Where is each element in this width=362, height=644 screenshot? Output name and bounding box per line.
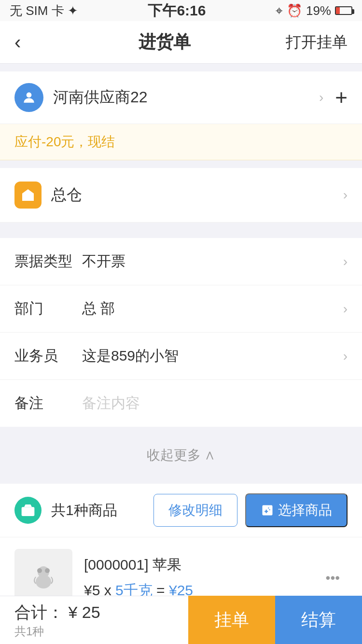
battery-label: 19% [306, 3, 331, 18]
invoice-type-chevron-icon: › [343, 254, 348, 269]
invoice-type-row[interactable]: 票据类型 不开票 › [0, 238, 362, 285]
select-product-label: 选择商品 [278, 501, 332, 519]
department-chevron-icon: › [343, 301, 348, 317]
product-count-icon [14, 497, 42, 524]
footer-amount: 合计： ¥ 25 [14, 602, 174, 624]
warehouse-icon [14, 182, 42, 209]
collapse-row[interactable]: 收起更多 ∧ [0, 434, 362, 476]
settle-button[interactable]: 结算 [275, 596, 362, 644]
svg-rect-1 [26, 196, 30, 201]
product-title: 苹果 [153, 557, 181, 573]
battery-icon [335, 6, 352, 15]
department-label: 部门 [14, 299, 72, 319]
remark-input[interactable]: 备注内容 [72, 393, 348, 413]
footer-count: 共1种 [14, 624, 174, 639]
sim-label: 无 SIM 卡 ✦ [10, 2, 78, 19]
supplier-name: 河南供应商22 [53, 87, 319, 108]
nav-title: 进货单 [139, 30, 191, 54]
product-name: [0000001] 苹果 [84, 555, 318, 575]
nav-bar: ‹ 进货单 打开挂单 [0, 21, 362, 64]
form-section: 票据类型 不开票 › 部门 总 部 › 业务员 这是859的小智 › 备注 备注… [0, 238, 362, 427]
collapse-label: 收起更多 ∧ [147, 446, 216, 464]
supplier-avatar [14, 83, 43, 112]
alarm-icon: ⏰ [287, 3, 302, 18]
edit-detail-button[interactable]: 修改明细 [153, 494, 237, 527]
footer-total: 合计： ¥ 25 共1种 [0, 596, 188, 644]
department-row[interactable]: 部门 总 部 › [0, 285, 362, 333]
supplier-row[interactable]: 河南供应商22 › + [0, 71, 362, 124]
product-code: [0000001] [84, 557, 148, 573]
supplier-section: 河南供应商22 › + 应付-20元，现结 [0, 71, 362, 160]
product-more-button[interactable]: ••• [318, 565, 348, 590]
remark-row[interactable]: 备注 备注内容 [0, 380, 362, 427]
supplier-chevron-icon: › [319, 90, 323, 105]
product-info: [0000001] 苹果 ¥5 x 5千克 = ¥25 [84, 555, 318, 601]
hang-button[interactable]: 挂单 [188, 596, 275, 644]
warning-banner: 应付-20元，现结 [0, 124, 362, 160]
warehouse-row[interactable]: 总仓 › [0, 168, 362, 223]
status-bar: 无 SIM 卡 ✦ 下午6:16 ⌖ ⏰ 19% [0, 0, 362, 21]
location-icon: ⌖ [276, 3, 283, 18]
svg-point-0 [27, 92, 32, 98]
salesman-label: 业务员 [14, 346, 72, 366]
status-right: ⌖ ⏰ 19% [276, 3, 352, 18]
footer-total-amount-value: ¥ 25 [68, 603, 100, 621]
footer: 合计： ¥ 25 共1种 挂单 结算 [0, 596, 362, 644]
divider-2 [0, 230, 362, 238]
salesman-value: 这是859的小智 [72, 346, 343, 366]
salesman-row[interactable]: 业务员 这是859的小智 › [0, 333, 362, 380]
remark-label: 备注 [14, 393, 72, 413]
salesman-chevron-icon: › [343, 349, 348, 364]
svg-point-4 [45, 568, 50, 573]
warehouse-chevron-icon: › [343, 187, 348, 203]
invoice-type-label: 票据类型 [14, 252, 72, 271]
footer-total-label: 合计： [14, 603, 64, 621]
warehouse-section: 总仓 › [0, 168, 362, 223]
add-supplier-button[interactable]: + [335, 87, 348, 108]
select-product-button[interactable]: 选择商品 [245, 493, 348, 527]
status-time: 下午6:16 [148, 1, 206, 21]
divider-1 [0, 64, 362, 71]
status-left: 无 SIM 卡 ✦ [10, 2, 78, 19]
open-hang-button[interactable]: 打开挂单 [286, 32, 348, 53]
invoice-type-value: 不开票 [72, 252, 343, 271]
svg-point-3 [37, 568, 42, 573]
svg-point-5 [36, 575, 51, 588]
back-button[interactable]: ‹ [14, 31, 43, 53]
product-toolbar: 共1种商品 修改明细 选择商品 [0, 484, 362, 537]
department-value: 总 部 [72, 299, 343, 319]
product-count-text: 共1种商品 [51, 501, 153, 520]
warehouse-label: 总仓 [51, 184, 343, 206]
